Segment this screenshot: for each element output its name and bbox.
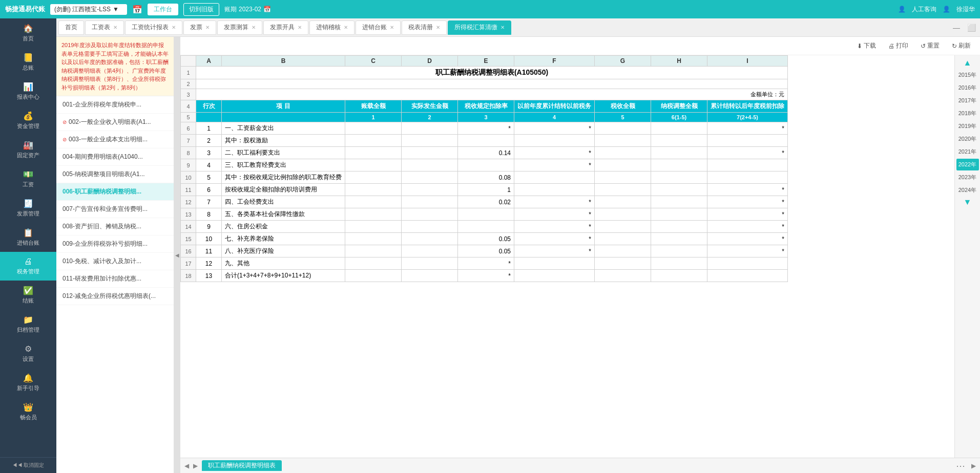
tab-sales-ledger[interactable]: 进销台账✕ (356, 20, 401, 35)
tab-close-open[interactable]: ✕ (298, 25, 302, 30)
scroll-left-icon[interactable]: ◀ (184, 462, 189, 469)
sidebar-item-ledger[interactable]: 📒 总账 (0, 48, 56, 77)
year-2021[interactable]: 2021年 (956, 146, 979, 158)
tab-close-calc[interactable]: ✕ (252, 25, 256, 30)
fixed-icon: 🏭 (23, 140, 33, 150)
error-icon-003: ⊘ (62, 137, 67, 142)
tab-close-sales[interactable]: ✕ (390, 25, 394, 30)
top-bar: 畅捷通易代账 (勿删) 江西赣宝-LSS ▼ 📅 工作台 切到旧版 账期 202… (0, 0, 980, 18)
year-2020[interactable]: 2020年 (956, 133, 979, 145)
sidebar-item-invoice[interactable]: 🧾 发票管理 (0, 193, 56, 223)
sidebar-item-report[interactable]: 📊 报表中心 (0, 77, 56, 106)
year-2024[interactable]: 2024年 (956, 184, 979, 196)
tab-income-tax[interactable]: 所得税汇算清缴✕ (448, 20, 511, 35)
year-2016[interactable]: 2016年 (956, 82, 979, 94)
tab-close-invoice[interactable]: ✕ (205, 25, 210, 30)
tab-close-stat[interactable]: ✕ (172, 25, 176, 30)
refresh-icon: ↻ (952, 42, 957, 50)
sidebar-item-member[interactable]: 👑 畅会员 (0, 397, 56, 426)
tab-invoice[interactable]: 发票✕ (183, 20, 216, 35)
year-2017[interactable]: 2017年 (956, 95, 979, 106)
form-list-item-008[interactable]: 008-资产折旧、摊销及纳税... (56, 218, 174, 235)
sheet-tab-active[interactable]: 职工薪酬纳税调整明细表 (202, 460, 282, 471)
table-row: 11 6 按税收规定全额扣除的职培训费用 1 * (181, 184, 788, 196)
top-bar-right: 👤 人工客询 👤 徐湿华 (898, 5, 975, 14)
sidebar-bottom-action[interactable]: ◀◀ 取消固定 (0, 457, 56, 473)
form-list-item-003[interactable]: ⊘003-一般企业成本支出明细... (56, 131, 174, 148)
table-row: 10 5 其中：按税收规定比例扣除的职工教育经费 0.08 (181, 171, 788, 184)
table-row: 12 7 四、工会经费支出 0.02 * * (181, 196, 788, 208)
form-list-item-011[interactable]: 011-研发费用加计扣除优惠... (56, 270, 174, 288)
tab-minimize-icon[interactable]: — (951, 23, 962, 33)
tab-close-audit[interactable]: ✕ (344, 25, 348, 30)
table-row: 6 1 一、工资薪金支出 * * * (181, 122, 788, 135)
year-scroll-down[interactable]: ▼ (963, 197, 973, 208)
home-icon: 🏠 (23, 24, 33, 33)
tab-close-income[interactable]: ✕ (501, 25, 505, 30)
year-2023[interactable]: 2023年 (956, 171, 979, 183)
table-row: 15 10 七、补充养老保险 0.05 * * (181, 233, 788, 245)
year-2019[interactable]: 2019年 (956, 120, 979, 132)
sidebar-item-settings[interactable]: ⚙ 设置 (0, 339, 56, 368)
close-period-icon: ✅ (23, 286, 33, 295)
tab-invoice-calc[interactable]: 发票测算✕ (217, 20, 262, 35)
download-icon: ⬇ (857, 42, 862, 50)
tab-audit[interactable]: 进销稽核✕ (309, 20, 355, 35)
sidebar-item-payroll[interactable]: 💵 工资 (0, 164, 56, 193)
form-list-item-001[interactable]: 001-企业所得税年度纳税申... (56, 96, 174, 114)
tab-payroll-stat[interactable]: 工资统计报表✕ (125, 20, 182, 35)
spreadsheet-main[interactable]: A B C D E F G H I (180, 55, 954, 458)
scroll-right-icon[interactable]: ▶ (193, 462, 198, 469)
table-row: 18 13 合计(1+3+4+7+8+9+10+11+12) * (181, 270, 788, 282)
tab-maximize-icon[interactable]: ⬜ (965, 23, 978, 33)
form-list-item-007[interactable]: 007-广告宣传和业务宣传费明... (56, 201, 174, 218)
sheet-scroll-right[interactable]: ▶ (971, 462, 976, 469)
workbench-button[interactable]: 工作台 (148, 4, 178, 15)
sidebar-item-wizard[interactable]: 🔔 新手引导 (0, 368, 56, 397)
form-list-item-006[interactable]: 006-职工薪酬纳税调整明细... (56, 183, 174, 201)
sidebar-item-asset-mgmt[interactable]: 💰 资金管理 (0, 106, 56, 135)
sidebar-pin-label: ◀◀ 取消固定 (12, 462, 45, 469)
download-button[interactable]: ⬇ 下载 (854, 40, 879, 52)
tab-close-payroll[interactable]: ✕ (113, 25, 117, 30)
company-selector[interactable]: (勿删) 江西赣宝-LSS ▼ (50, 4, 127, 15)
tab-invoice-open[interactable]: 发票开具✕ (263, 20, 308, 35)
report-icon: 📊 (23, 82, 33, 92)
tab-payroll[interactable]: 工资表✕ (85, 20, 124, 35)
year-2022[interactable]: 2022年 (956, 159, 979, 170)
sidebar-item-archive[interactable]: 📁 归档管理 (0, 310, 56, 339)
sidebar-item-close[interactable]: ✅ 结账 (0, 281, 56, 310)
form-list-item-010[interactable]: 010-免税、减计收入及加计... (56, 253, 174, 270)
form-list-item-002[interactable]: ⊘002-一般企业收入明细表(A1... (56, 114, 174, 131)
form-list-item-009[interactable]: 009-企业所得税弥补亏损明细... (56, 235, 174, 253)
print-button[interactable]: 🖨 打印 (885, 40, 911, 52)
form-list-panel: 2019年度涉及取以前年度结转数据的申报表单元格需要手工填写正确，才能确认本年以… (56, 37, 174, 473)
form-list-item-005[interactable]: 005-纳税调整项目明细表(A1... (56, 166, 174, 183)
tab-tax-book[interactable]: 税表清册✕ (402, 20, 447, 35)
year-2018[interactable]: 2018年 (956, 107, 979, 119)
sidebar-item-tax[interactable]: 🖨 税务管理 (0, 252, 56, 281)
form-list-item-004[interactable]: 004-期间费用明细表(A1040... (56, 148, 174, 166)
collapse-handle[interactable]: ◀ (174, 37, 180, 473)
reset-button[interactable]: ↺ 重置 (918, 40, 943, 52)
calendar-icon[interactable]: 📅 (132, 5, 142, 14)
table-row: 13 8 五、各类基本社会保障性缴款 * * (181, 208, 788, 221)
switch-button[interactable]: 切到旧版 (183, 3, 219, 16)
period-info: 账期 2023-02 📅 (224, 5, 271, 14)
notice-bar: 2019年度涉及取以前年度结转数据的申报表单元格需要手工填写正确，才能确认本年以… (56, 37, 174, 96)
tax-icon: 🖨 (24, 257, 32, 266)
form-list-item-012[interactable]: 012-减免企业所得税优惠明细表(... (56, 288, 174, 305)
sidebar-item-fixed-asset[interactable]: 🏭 固定资产 (0, 135, 56, 164)
toolbar: ⬇ 下载 🖨 打印 ↺ 重置 ↻ 刷新 (180, 37, 980, 55)
tab-close-tax-book[interactable]: ✕ (436, 25, 440, 30)
sidebar-item-sales[interactable]: 📋 进销台账 (0, 223, 56, 252)
print-icon: 🖨 (888, 42, 894, 50)
refresh-button[interactable]: ↻ 刷新 (949, 40, 974, 52)
sheet-options-icon[interactable]: ⋯ (956, 460, 965, 471)
tab-home[interactable]: 首页 (58, 20, 84, 35)
year-2015[interactable]: 2015年 (956, 69, 979, 81)
archive-icon: 📁 (23, 315, 33, 325)
sidebar-item-home[interactable]: 🏠 首页 (0, 18, 56, 48)
year-scroll-up[interactable]: ▲ (963, 57, 973, 69)
error-icon-002: ⊘ (62, 119, 67, 125)
